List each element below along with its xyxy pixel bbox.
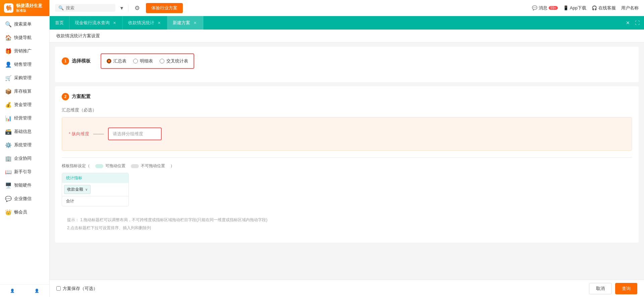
sidebar-item-label: 企业微信	[14, 196, 32, 202]
radio-summary[interactable]: 汇总表	[107, 58, 126, 64]
tab-new-close[interactable]: ✕	[192, 20, 198, 26]
building-icon: 🏢	[5, 155, 11, 161]
content-area: 收款情况统计方案设置 1 选择模板 汇总表	[50, 30, 644, 297]
main-area: 🔍 ▼ ⚙ 体验行业方案 💬 消息 99+ 📱 App下载 🎧 在线客服 用户名…	[50, 0, 644, 297]
radio-cross[interactable]: 交叉统计表	[160, 58, 188, 64]
sidebar-item-basicinfo[interactable]: 🗃️ 基础信息	[0, 125, 49, 138]
sidebar-item-label: 采购管理	[14, 75, 32, 81]
search-box[interactable]: 🔍	[55, 4, 115, 12]
sidebar-avatar1[interactable]: 👤	[9, 287, 16, 294]
page-title-bar: 收款情况统计方案设置	[50, 30, 644, 43]
step1-section: 1 选择模板 汇总表 明细表	[55, 47, 639, 82]
message-icon: 💬	[532, 5, 537, 10]
sidebar-item-sales[interactable]: 👤 销售管理	[0, 58, 49, 71]
template-selector: 汇总表 明细表 交叉统计表	[101, 53, 194, 69]
sidebar-item-purchase[interactable]: 🛒 采购管理	[0, 71, 49, 85]
vertical-dim-label: * 纵向维度	[69, 131, 89, 137]
step2-section: 2 方案配置 汇总维度（必选） * 纵向维度 —— 请选择分组维度	[55, 86, 639, 243]
topbar: 🔍 ▼ ⚙ 体验行业方案 💬 消息 99+ 📱 App下载 🎧 在线客服 用户名…	[50, 0, 644, 16]
chat-icon: 💬	[5, 196, 11, 202]
topbar-right: 💬 消息 99+ 📱 App下载 🎧 在线客服 用户名称	[532, 5, 639, 11]
monitor-icon: 🖥️	[5, 182, 11, 188]
settings-gear-icon[interactable]: ⚙	[132, 3, 142, 13]
radio-summary-input[interactable]	[107, 59, 111, 63]
sidebar-item-label: 库存核算	[14, 88, 32, 94]
query-button[interactable]: 查询	[615, 283, 637, 294]
radio-detail-input[interactable]	[133, 59, 138, 63]
radio-cross-input[interactable]	[160, 59, 164, 63]
stats-header: 统计指标	[62, 173, 128, 183]
search-icon-topbar: 🔍	[58, 5, 64, 10]
step2-row: 2 方案配置	[62, 93, 632, 100]
money-icon: 💰	[5, 102, 11, 108]
tab-bank-label: 现金银行流水查询	[75, 20, 110, 26]
tip-1: 提示： 1.拖动标题栏可以调整布局，不可跨维度或指标区域拖动栏目字段(只能在同一…	[67, 216, 627, 224]
headset-icon: 🎧	[592, 5, 597, 10]
sidebar-item-guide[interactable]: 📖 新手引导	[0, 165, 49, 179]
stats-tag-amount[interactable]: 收款金额 ∨	[64, 185, 91, 194]
app-download-item[interactable]: 📱 App下载	[563, 5, 586, 11]
save-checkbox-label[interactable]: 方案保存（可选）	[56, 286, 98, 292]
sidebar-avatar2[interactable]: 👤	[33, 287, 41, 294]
search-input[interactable]	[66, 5, 106, 10]
stats-total: 合计	[62, 196, 128, 206]
tab-stats-close[interactable]: ✕	[156, 20, 162, 26]
tab-stats[interactable]: 收款情况统计 ✕	[123, 16, 167, 30]
home-icon: 🏠	[5, 35, 11, 41]
tab-fullscreen-button[interactable]: ⛶	[633, 19, 641, 27]
save-checkbox-input[interactable]	[56, 286, 61, 291]
close-paren: ）	[170, 163, 174, 169]
dropdown-icon[interactable]: ▼	[119, 5, 124, 11]
sidebar-menu: 🔍 搜索菜单 🏠 快捷导航 🎁 营销推广 👤 销售管理 🛒 采购管理 📦 库存核…	[0, 16, 49, 284]
tab-close-all-button[interactable]: ✕	[624, 19, 632, 27]
sidebar-bottom: 👤 👤	[0, 284, 49, 297]
tab-new-label: 新建方案	[173, 20, 190, 26]
sidebar: 畅 畅捷通好生意 标准版 🔍 搜索菜单 🏠 快捷导航 🎁 营销推广 👤 销售管理…	[0, 0, 50, 297]
sidebar-item-label: 营销推广	[14, 48, 32, 54]
tab-new[interactable]: 新建方案 ✕	[167, 16, 203, 30]
book-icon: 📖	[5, 169, 11, 175]
cancel-button[interactable]: 取消	[589, 283, 612, 294]
sidebar-item-wechat[interactable]: 💬 企业微信	[0, 192, 49, 205]
sidebar-item-enterprise[interactable]: 🏢 企业协同	[0, 152, 49, 165]
tab-bank[interactable]: 现金银行流水查询 ✕	[69, 16, 123, 30]
radio-cross-label: 交叉统计表	[166, 58, 188, 64]
tab-home[interactable]: 首页	[50, 16, 69, 30]
step2-title: 方案配置	[72, 94, 91, 100]
radio-group: 汇总表 明细表 交叉统计表	[107, 58, 188, 64]
avatar-icon: 👤	[10, 289, 15, 293]
gear-icon: ⚙️	[5, 142, 11, 148]
username-item[interactable]: 用户名称	[621, 5, 639, 11]
sidebar-item-hardware[interactable]: 🖥️ 智能硬件	[0, 179, 49, 192]
stats-area: 统计指标 收款金额 ∨ 合计	[62, 173, 129, 206]
box-icon: 📦	[5, 88, 11, 94]
sidebar-item-search[interactable]: 🔍 搜索菜单	[0, 17, 49, 31]
arrow-icon: ——	[93, 131, 104, 137]
dimension-row: * 纵向维度 —— 请选择分组维度	[69, 128, 162, 140]
sidebar-item-label: 基础信息	[14, 129, 32, 135]
sidebar-item-finance[interactable]: 💰 资金管理	[0, 98, 49, 111]
sidebar-item-member[interactable]: 👑 畅会员	[0, 205, 49, 219]
tab-home-label: 首页	[55, 20, 64, 26]
sidebar-item-operations[interactable]: 📊 经营管理	[0, 111, 49, 125]
dimension-section-title: 汇总维度（必选）	[62, 107, 632, 113]
database-icon: 🗃️	[5, 129, 11, 135]
dimension-select[interactable]: 请选择分组维度	[108, 128, 162, 140]
industry-solution-button[interactable]: 体验行业方案	[146, 3, 183, 13]
online-support-item[interactable]: 🎧 在线客服	[592, 5, 616, 11]
sidebar-item-quicknav[interactable]: 🏠 快捷导航	[0, 31, 49, 44]
sidebar-item-system[interactable]: ⚙️ 系统管理	[0, 138, 49, 152]
sidebar-item-inventory[interactable]: 📦 库存核算	[0, 85, 49, 98]
step1-row: 1 选择模板 汇总表 明细表	[62, 53, 632, 69]
footer-bar: 方案保存（可选） 取消 查询	[50, 280, 644, 297]
tab-bank-close[interactable]: ✕	[112, 20, 117, 26]
sidebar-item-label: 畅会员	[14, 209, 27, 215]
crown-icon: 👑	[5, 209, 11, 215]
message-badge: 99+	[549, 6, 558, 10]
message-item[interactable]: 💬 消息 99+	[532, 5, 558, 11]
radio-detail[interactable]: 明细表	[133, 58, 153, 64]
stats-tag-dropdown-icon[interactable]: ∨	[85, 188, 88, 191]
sidebar-item-label: 快捷导航	[14, 35, 32, 41]
sidebar-item-label: 智能硬件	[14, 182, 32, 188]
sidebar-item-marketing[interactable]: 🎁 营销推广	[0, 44, 49, 58]
